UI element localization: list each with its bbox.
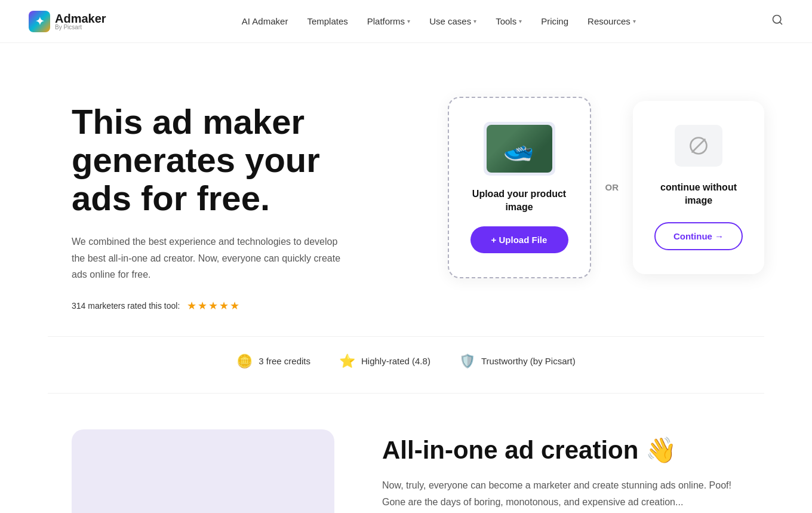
upload-file-button[interactable]: + Upload File	[470, 226, 568, 253]
hero-rating: 314 marketers rated this tool: ★ ★ ★ ★ ★	[72, 299, 382, 312]
chevron-down-icon: ▾	[519, 18, 522, 24]
nav-links: AI Admaker Templates Platforms ▾ Use cas…	[242, 16, 636, 26]
star-2: ★	[198, 299, 207, 312]
nav-platforms[interactable]: Platforms ▾	[367, 16, 410, 26]
shoe-image	[487, 125, 552, 173]
chevron-down-icon: ▾	[473, 18, 476, 24]
or-divider: OR	[601, 182, 624, 192]
badge-highly-rated-label: Highly-rated (4.8)	[361, 356, 430, 366]
nav-ai-admaker[interactable]: AI Admaker	[242, 16, 288, 26]
badges-row: 🪙 3 free credits ⭐ Highly-rated (4.8) 🛡️…	[48, 336, 764, 394]
star-icon: ⭐	[339, 354, 355, 369]
logo-text: Admaker By Picsart	[55, 13, 106, 30]
badge-free-credits: 🪙 3 free credits	[236, 354, 310, 369]
nav-pricing[interactable]: Pricing	[541, 16, 568, 26]
nav-use-cases[interactable]: Use cases ▾	[429, 16, 476, 26]
continue-button[interactable]: Continue →	[654, 222, 743, 250]
hero-left: This ad maker generates your ads for fre…	[72, 91, 382, 312]
continue-card: continue without image Continue →	[633, 101, 764, 274]
product-image-preview	[484, 122, 555, 176]
upload-card: Upload your product image + Upload File	[448, 97, 591, 278]
rating-text: 314 marketers rated this tool:	[72, 301, 180, 311]
bottom-content: All-in-one ad creation 👋 Now, truly, eve…	[382, 429, 740, 510]
star-4: ★	[219, 299, 229, 312]
logo-sub: By Picsart	[55, 24, 106, 30]
logo[interactable]: ✦ Admaker By Picsart	[29, 11, 106, 32]
hero-subtitle: We combined the best experience and tech…	[72, 234, 346, 282]
nav-tools[interactable]: Tools ▾	[496, 16, 522, 26]
badge-free-credits-label: 3 free credits	[259, 356, 310, 366]
badge-highly-rated: ⭐ Highly-rated (4.8)	[339, 354, 430, 369]
credits-icon: 🪙	[236, 354, 253, 369]
logo-main: Admaker	[55, 13, 106, 24]
hero-right: Upload your product image + Upload File …	[448, 97, 765, 278]
star-rating: ★ ★ ★ ★ ★	[187, 299, 239, 312]
navbar: ✦ Admaker By Picsart AI Admaker Template…	[0, 0, 812, 43]
logo-icon: ✦	[29, 11, 50, 32]
nav-resources[interactable]: Resources ▾	[588, 16, 636, 26]
nav-templates[interactable]: Templates	[307, 16, 347, 26]
search-icon[interactable]	[771, 14, 783, 29]
hero-title: This ad maker generates your ads for fre…	[72, 103, 382, 217]
bottom-description: Now, truly, everyone can become a market…	[382, 477, 740, 509]
star-1: ★	[187, 299, 196, 312]
star-5: ★	[230, 299, 239, 312]
svg-line-1	[780, 22, 782, 24]
bottom-section: All-in-one ad creation 👋 Now, truly, eve…	[0, 394, 812, 513]
no-image-icon	[675, 125, 722, 167]
upload-card-title: Upload your product image	[470, 188, 568, 214]
badge-trustworthy: 🛡️ Trustworthy (by Picsart)	[459, 354, 576, 369]
bottom-illustration	[72, 429, 334, 513]
bottom-title: All-in-one ad creation 👋	[382, 435, 740, 465]
badge-trustworthy-label: Trustworthy (by Picsart)	[481, 356, 576, 366]
chevron-down-icon: ▾	[407, 18, 410, 24]
chevron-down-icon: ▾	[633, 18, 636, 24]
hero-section: This ad maker generates your ads for fre…	[0, 43, 812, 336]
shield-icon: 🛡️	[459, 354, 475, 369]
continue-card-title: continue without image	[654, 181, 743, 208]
svg-line-3	[693, 140, 705, 152]
star-3: ★	[208, 299, 218, 312]
